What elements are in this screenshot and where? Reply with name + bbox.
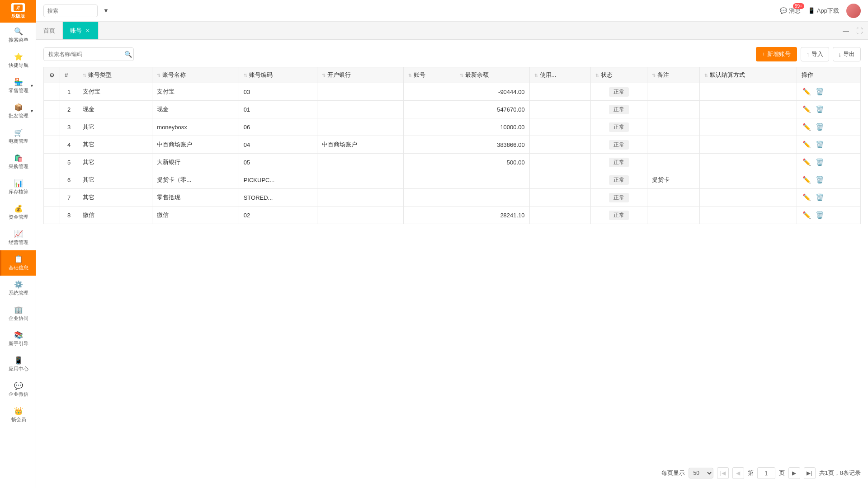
table-body: 1 支付宝 支付宝 03 -90444.00 正常 ✏️ 🗑️ 2 现金 现金 … — [44, 83, 861, 224]
col-type[interactable]: ⇅账号类型 — [78, 67, 152, 83]
sidebar-item-inventory[interactable]: 📊 库存核算 — [0, 174, 36, 200]
wechat-icon: 💬 — [3, 381, 34, 390]
col-balance[interactable]: ⇅最新余额 — [455, 67, 529, 83]
app-logo[interactable]: 好 乐版版 — [0, 0, 36, 23]
col-usage[interactable]: ⇅使用... — [529, 67, 590, 83]
table-row: 1 支付宝 支付宝 03 -90444.00 正常 ✏️ 🗑️ — [44, 83, 861, 101]
edit-button[interactable]: ✏️ — [802, 122, 812, 132]
row-remark — [647, 189, 700, 206]
row-payment — [700, 206, 797, 224]
sidebar-item-enterprise[interactable]: 🏢 企业协同 — [0, 301, 36, 326]
sidebar-item-retail[interactable]: 🏪 零售管理 ▼ — [0, 73, 36, 99]
row-status: 正常 — [590, 171, 647, 189]
sidebar-item-system[interactable]: ⚙️ 系统管理 — [0, 276, 36, 301]
col-code[interactable]: ⇅账号编码 — [239, 67, 317, 83]
tab-home[interactable]: 首页 — [36, 22, 63, 39]
sidebar-item-finance[interactable]: 💰 资金管理 — [0, 200, 36, 225]
col-name[interactable]: ⇅账号名称 — [152, 67, 239, 83]
page-total-label: 共1页，8条记录 — [819, 469, 861, 477]
row-code: 06 — [239, 118, 317, 136]
sidebar-item-shortcuts[interactable]: ⭐ 快捷导航 — [0, 48, 36, 73]
delete-button[interactable]: 🗑️ — [815, 87, 825, 97]
row-num: 1 — [60, 83, 78, 101]
tab-accounts[interactable]: 账号 ✕ — [63, 22, 99, 39]
content-area: 🔍 + 新增账号 ↑ 导入 ↓ 导出 ⚙ # — [36, 40, 868, 488]
delete-button[interactable]: 🗑️ — [815, 157, 825, 167]
edit-button[interactable]: ✏️ — [802, 157, 812, 167]
tab-accounts-close[interactable]: ✕ — [85, 28, 91, 34]
row-payment — [700, 83, 797, 101]
edit-button[interactable]: ✏️ — [802, 175, 812, 185]
row-payment — [700, 171, 797, 189]
row-actions: ✏️ 🗑️ — [797, 154, 860, 171]
sidebar-item-wholesale[interactable]: 📦 批发管理 ▼ — [0, 99, 36, 124]
delete-button[interactable]: 🗑️ — [815, 122, 825, 132]
delete-button[interactable]: 🗑️ — [815, 210, 825, 220]
top-header: ▼ 💬 消息 99+ 📱 App下载 — [36, 0, 868, 22]
col-account[interactable]: ⇅账号 — [404, 67, 455, 83]
retail-icon: 🏪 — [3, 78, 34, 86]
sidebar-item-business[interactable]: 📈 经营管理 — [0, 225, 36, 250]
tab-minimize-button[interactable]: — — [841, 25, 851, 36]
export-button[interactable]: ↓ 导出 — [833, 47, 861, 61]
delete-button[interactable]: 🗑️ — [815, 192, 825, 202]
col-remark[interactable]: ⇅备注 — [647, 67, 700, 83]
page-next-button[interactable]: ▶ — [788, 467, 800, 479]
col-settings[interactable]: ⚙ — [44, 67, 60, 83]
col-status[interactable]: ⇅状态 — [590, 67, 647, 83]
wholesale-arrow-icon: ▼ — [30, 109, 34, 113]
user-avatar[interactable] — [846, 4, 861, 18]
logo-icon: 好 — [11, 3, 25, 12]
delete-button[interactable]: 🗑️ — [815, 175, 825, 185]
tab-right-actions: — ⛶ — [837, 22, 868, 39]
row-actions: ✏️ 🗑️ — [797, 206, 860, 224]
row-usage — [529, 118, 590, 136]
import-button[interactable]: ↑ 导入 — [801, 47, 829, 61]
page-prev-button[interactable]: ◀ — [732, 467, 744, 479]
sidebar-item-search[interactable]: 🔍 搜索菜单 — [0, 23, 36, 48]
header-search-input[interactable] — [43, 5, 98, 17]
inventory-icon: 📊 — [3, 179, 34, 188]
row-usage — [529, 101, 590, 118]
sidebar-item-vip[interactable]: 👑 畅会员 — [0, 402, 36, 427]
edit-button[interactable]: ✏️ — [802, 104, 812, 114]
edit-button[interactable]: ✏️ — [802, 140, 812, 150]
edit-button[interactable]: ✏️ — [802, 87, 812, 97]
table-row: 3 其它 moneybosx 06 10000.00 正常 ✏️ 🗑️ — [44, 118, 861, 136]
page-size-select[interactable]: 50 100 200 — [689, 468, 713, 479]
row-remark: 提货卡 — [647, 171, 700, 189]
row-remark — [647, 136, 700, 154]
sidebar-item-appstore[interactable]: 📱 应用中心 — [0, 352, 36, 377]
page-first-button[interactable]: |◀ — [717, 467, 729, 479]
account-search-input[interactable] — [44, 48, 121, 60]
sidebar-item-purchase[interactable]: 🛍️ 采购管理 — [0, 149, 36, 174]
row-name: moneybosx — [152, 118, 239, 136]
row-actions: ✏️ 🗑️ — [797, 83, 860, 101]
table-container: ⚙ # ⇅账号类型 ⇅账号名称 ⇅账号编码 ⇅开户银行 ⇅账号 ⇅最新余额 ⇅使… — [43, 67, 861, 462]
col-bank[interactable]: ⇅开户银行 — [317, 67, 403, 83]
edit-button[interactable]: ✏️ — [802, 210, 812, 220]
dropdown-arrow-icon: ▼ — [103, 7, 109, 14]
col-payment[interactable]: ⇅默认结算方式 — [700, 67, 797, 83]
row-actions: ✏️ 🗑️ — [797, 101, 860, 118]
row-name: 大新银行 — [152, 154, 239, 171]
delete-button[interactable]: 🗑️ — [815, 104, 825, 114]
sidebar-item-guide[interactable]: 📚 新手引导 — [0, 326, 36, 352]
add-account-button[interactable]: + 新增账号 — [756, 47, 797, 61]
header-dropdown[interactable]: ▼ — [103, 7, 109, 14]
page-number-input[interactable] — [757, 467, 775, 479]
row-name: 支付宝 — [152, 83, 239, 101]
tab-maximize-button[interactable]: ⛶ — [854, 25, 864, 36]
sidebar-item-ecommerce[interactable]: 🛒 电商管理 — [0, 124, 36, 149]
sidebar-item-wechat[interactable]: 💬 企业微信 — [0, 377, 36, 402]
page-last-button[interactable]: ▶| — [804, 467, 816, 479]
delete-button[interactable]: 🗑️ — [815, 140, 825, 150]
ecommerce-icon: 🛒 — [3, 128, 34, 137]
edit-button[interactable]: ✏️ — [802, 192, 812, 202]
search-button[interactable]: 🔍 — [121, 48, 134, 61]
table-row: 8 微信 微信 02 28241.10 正常 ✏️ 🗑️ — [44, 206, 861, 224]
sidebar-item-basic[interactable]: 📋 基础信息 — [0, 250, 36, 276]
message-button[interactable]: 💬 消息 99+ — [780, 7, 801, 15]
app-download-button[interactable]: 📱 App下载 — [808, 7, 839, 15]
row-status: 正常 — [590, 83, 647, 101]
